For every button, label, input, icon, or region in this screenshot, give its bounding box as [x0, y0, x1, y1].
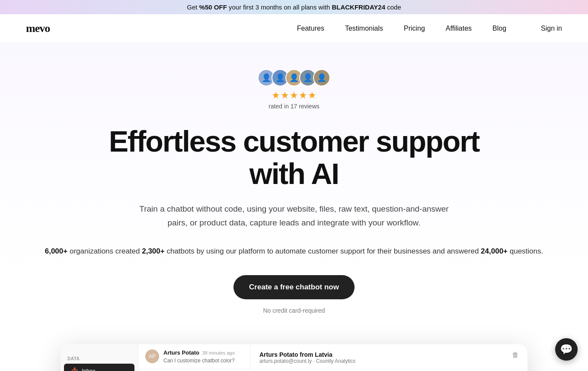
hero-title-line2: with AI: [249, 157, 339, 190]
chat-widget-icon: 💬: [560, 343, 573, 355]
sidebar-section-data: DATA: [61, 355, 138, 363]
banner-code: BLACKFRIDAY24: [332, 3, 385, 11]
conv-name-1: Arturs Potato: [163, 349, 199, 356]
nav-item-pricing[interactable]: Pricing: [404, 25, 425, 32]
promo-banner: Get %50 OFF your first 3 months on all p…: [0, 0, 588, 14]
nav-link-features[interactable]: Features: [297, 25, 324, 32]
cta-button[interactable]: Create a free chatbot now: [233, 275, 355, 299]
conversation-item-2[interactable]: SS Session from San Salvad... 2 hours ag…: [138, 369, 250, 371]
star-rating: ★★★★★: [272, 90, 317, 101]
app-preview: DATA 📥 Inbox LOGIC ⚙️ 👤 📦 Products AP: [61, 344, 527, 371]
signin-button[interactable]: Sign in: [541, 25, 562, 32]
chat-user-name: Arturs Potato from Latvia: [259, 351, 355, 358]
conversation-item-1[interactable]: AP Arturs Potato 38 minutes ago Can I cu…: [138, 344, 250, 369]
questions-label: questions.: [508, 247, 543, 255]
avatar-5: 👤: [313, 69, 330, 86]
nav-link-pricing[interactable]: Pricing: [404, 25, 425, 32]
stars-row: ★★★★★: [9, 90, 579, 101]
inbox-icon: 📥: [71, 367, 78, 371]
banner-prefix: Get: [187, 3, 199, 11]
nav-link-blog[interactable]: Blog: [492, 25, 506, 32]
hero-title: Effortless customer support with AI: [99, 125, 489, 190]
app-sidebar: DATA 📥 Inbox LOGIC ⚙️ 👤 📦 Products: [61, 344, 138, 371]
chatbots-label: chatbots by using our platform to automa…: [165, 247, 481, 255]
conv-preview-1: Can I customize chatbot color?: [163, 358, 235, 364]
banner-discount: %50 OFF: [199, 3, 227, 11]
hero-subtitle: Train a chatbot without code, using your…: [138, 202, 450, 230]
nav-links: Features Testimonials Pricing Affiliates…: [297, 25, 506, 32]
conversation-list: AP Arturs Potato 38 minutes ago Can I cu…: [138, 344, 251, 371]
logo[interactable]: mevo: [26, 22, 50, 35]
chatbots-count: 2,300+: [142, 247, 164, 255]
nav-item-testimonials[interactable]: Testimonials: [345, 25, 383, 32]
nav-link-testimonials[interactable]: Testimonials: [345, 25, 383, 32]
hero-title-line1: Effortless customer support: [109, 125, 479, 158]
banner-suffix: your first 3 months on all plans with: [227, 3, 332, 11]
nav-item-affiliates[interactable]: Affiliates: [446, 25, 472, 32]
conv-avatar-1: AP: [145, 349, 159, 363]
app-preview-container: DATA 📥 Inbox LOGIC ⚙️ 👤 📦 Products AP: [0, 331, 588, 371]
chat-header: Arturs Potato from Latvia arturs.potato@…: [259, 351, 519, 364]
chat-area: Arturs Potato from Latvia arturs.potato@…: [251, 344, 527, 371]
hero-section: 👤 👤 👤 👤 👤 ★★★★★ rated in 17 reviews Effo…: [0, 43, 588, 331]
orgs-label: organizations created: [67, 247, 142, 255]
stats-row: 6,000+ organizations created 2,300+ chat…: [9, 245, 579, 258]
nav-link-affiliates[interactable]: Affiliates: [446, 25, 472, 32]
no-credit-text: No credit card-required: [9, 307, 579, 314]
rated-text: rated in 17 reviews: [9, 103, 579, 110]
chat-widget-button[interactable]: 💬: [555, 338, 578, 361]
chat-user-email: arturs.potato@count.ly · Countly Analyti…: [259, 358, 355, 364]
orgs-count: 6,000+: [45, 247, 67, 255]
questions-count: 24,000+: [481, 247, 508, 255]
cta-area: Create a free chatbot now No credit card…: [9, 275, 579, 314]
sidebar-label-inbox: Inbox: [82, 368, 96, 371]
trash-icon[interactable]: 🗑: [512, 351, 519, 359]
banner-code-suffix: code: [385, 3, 401, 11]
sidebar-item-inbox[interactable]: 📥 Inbox: [64, 364, 134, 371]
avatar-row: 👤 👤 👤 👤 👤: [9, 69, 579, 86]
navbar: mevo Features Testimonials Pricing Affil…: [0, 14, 588, 43]
conv-time-1: 38 minutes ago: [202, 350, 235, 355]
nav-item-features[interactable]: Features: [297, 25, 324, 32]
nav-item-blog[interactable]: Blog: [492, 25, 506, 32]
